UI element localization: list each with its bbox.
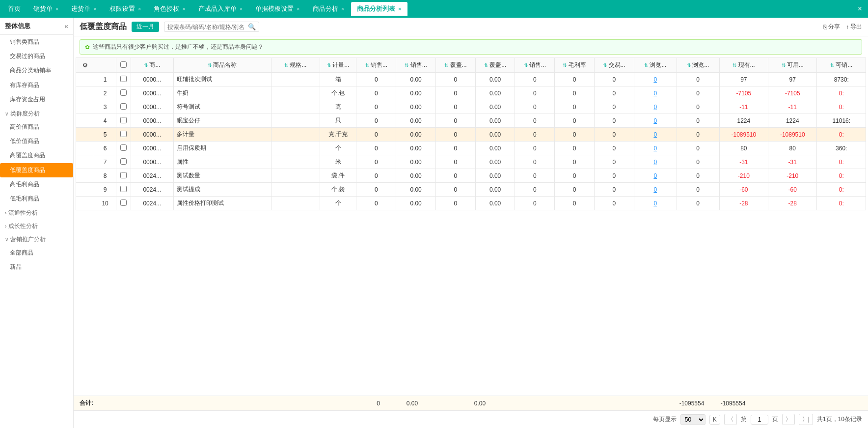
th-sellable[interactable]: ⇅ 可销...	[817, 58, 866, 73]
close-icon[interactable]: ×	[55, 2, 58, 16]
th-sales3[interactable]: ⇅ 销售...	[515, 58, 555, 73]
row-checkbox[interactable]	[120, 172, 127, 178]
close-icon[interactable]: ×	[182, 2, 185, 16]
page-size-select[interactable]: 50 100 200	[680, 414, 705, 425]
th-name[interactable]: ⇅ 商品名称	[173, 58, 271, 73]
th-code[interactable]: ⇅ 商...	[131, 58, 173, 73]
row-checkbox[interactable]	[120, 76, 127, 82]
th-cov2[interactable]: ⇅ 覆盖...	[475, 58, 515, 73]
sidebar-item-in-stock-goods[interactable]: 有库存商品	[0, 78, 73, 92]
share-button[interactable]: ⎘ 分享	[823, 23, 840, 31]
nav-tab-home[interactable]: 首页	[2, 2, 27, 16]
row-checkbox[interactable]	[120, 131, 127, 137]
sidebar-item-low-coverage[interactable]: 低覆盖度商品	[0, 163, 73, 177]
row-checkbox[interactable]	[120, 144, 127, 151]
th-settings[interactable]: ⚙	[76, 58, 94, 73]
cell-b1[interactable]: 0	[634, 197, 677, 210]
row-checkbox[interactable]	[120, 89, 127, 96]
th-spec[interactable]: ⇅ 规格...	[271, 58, 320, 73]
cell-checkbox[interactable]	[116, 155, 131, 169]
nav-tab-products-in[interactable]: 产成品入库单 ×	[192, 2, 248, 16]
sidebar-item-traded-goods[interactable]: 交易过的商品	[0, 49, 73, 63]
export-button[interactable]: ↑ 导出	[846, 23, 862, 31]
th-cov1[interactable]: ⇅ 覆盖...	[435, 58, 475, 73]
sidebar-group-circulation[interactable]: › 流通性分析	[0, 206, 73, 219]
sidebar-item-high-value[interactable]: 高价值商品	[0, 120, 73, 134]
sidebar-item-low-gross[interactable]: 低毛利商品	[0, 192, 73, 206]
close-icon[interactable]: ×	[341, 2, 344, 16]
row-checkbox[interactable]	[120, 200, 127, 206]
th-checkbox[interactable]	[116, 58, 131, 73]
cell-b1[interactable]: 0	[634, 183, 677, 197]
cell-checkbox[interactable]	[116, 197, 131, 210]
nav-tab-analysis[interactable]: 商品分析 ×	[307, 2, 350, 16]
cell-checkbox[interactable]	[116, 183, 131, 197]
nav-tab-sales[interactable]: 销货单 ×	[27, 2, 64, 16]
sidebar-item-category-turnover[interactable]: 商品分类动销率	[0, 63, 73, 78]
cell-b1[interactable]: 0	[634, 169, 677, 183]
cell-b1[interactable]: 0	[634, 100, 677, 114]
last-page-button[interactable]: 〉|	[799, 414, 813, 425]
close-icon[interactable]: ×	[398, 2, 401, 16]
cell-checkbox[interactable]	[116, 100, 131, 114]
cell-b1[interactable]: 0	[634, 114, 677, 128]
cell-b1[interactable]: 0	[634, 128, 677, 142]
time-filter-button[interactable]: 近一月	[132, 22, 159, 32]
th-browse1[interactable]: ⇅ 浏览...	[634, 58, 677, 73]
cell-checkbox[interactable]	[116, 169, 131, 183]
sidebar-item-high-coverage[interactable]: 高覆盖度商品	[0, 148, 73, 163]
cell-checkbox[interactable]	[116, 73, 131, 86]
row-checkbox[interactable]	[120, 117, 127, 123]
page-number-input[interactable]	[751, 415, 768, 425]
th-trans[interactable]: ⇅ 交易...	[594, 58, 634, 73]
nav-tab-roles[interactable]: 角色授权 ×	[148, 2, 191, 16]
nav-tab-analysis-list[interactable]: 商品分析列表 ×	[351, 2, 407, 16]
sidebar-item-sales-goods[interactable]: 销售类商品	[0, 35, 73, 49]
cell-b1[interactable]: 0	[634, 86, 677, 100]
cell-checkbox[interactable]	[116, 142, 131, 155]
cell-b1[interactable]: 0	[634, 142, 677, 155]
cell-spec	[271, 197, 320, 210]
sidebar-collapse-button[interactable]: «	[64, 22, 68, 30]
close-icon[interactable]: ×	[138, 2, 141, 16]
sidebar-group-category[interactable]: ∨ 类群度分析	[0, 107, 73, 120]
row-checkbox[interactable]	[120, 186, 127, 192]
cell-b1[interactable]: 0	[634, 155, 677, 169]
cell-s2: 0.00	[396, 183, 436, 197]
sidebar-item-stock-capital[interactable]: 库存资金占用	[0, 92, 73, 107]
th-sales1[interactable]: ⇅ 销售...	[356, 58, 396, 73]
sidebar-group-marketing[interactable]: ∨ 营销推广分析	[0, 232, 73, 246]
first-page-button[interactable]: K	[709, 415, 720, 425]
close-icon[interactable]: ×	[93, 2, 96, 16]
search-input[interactable]	[167, 24, 246, 30]
sidebar-item-new-goods[interactable]: 新品	[0, 260, 73, 274]
row-checkbox[interactable]	[120, 103, 127, 110]
window-close-button[interactable]: ×	[854, 4, 866, 13]
cell-b1[interactable]: 0	[634, 73, 677, 86]
sidebar-item-high-gross[interactable]: 高毛利商品	[0, 177, 73, 192]
cell-checkbox[interactable]	[116, 86, 131, 100]
sidebar-item-low-value[interactable]: 低价值商品	[0, 134, 73, 148]
next-page-button[interactable]: 〉	[782, 414, 795, 425]
cell-checkbox[interactable]	[116, 114, 131, 128]
nav-tab-templates[interactable]: 单据模板设置 ×	[249, 2, 305, 16]
sidebar-group-growth[interactable]: › 成长性分析	[0, 219, 73, 232]
footer-c2: 0.00	[464, 400, 496, 407]
close-icon[interactable]: ×	[240, 2, 243, 16]
th-sales2[interactable]: ⇅ 销售...	[396, 58, 436, 73]
nav-tab-permissions[interactable]: 权限设置 ×	[104, 2, 147, 16]
select-all-checkbox[interactable]	[120, 61, 127, 68]
cell-unit: 个	[320, 142, 356, 155]
th-unit[interactable]: ⇅ 计量...	[320, 58, 356, 73]
th-browse2[interactable]: ⇅ 浏览...	[677, 58, 719, 73]
th-current[interactable]: ⇅ 现有...	[719, 58, 768, 73]
close-icon[interactable]: ×	[297, 2, 299, 16]
search-icon[interactable]: 🔍	[248, 23, 256, 30]
cell-checkbox[interactable]	[116, 128, 131, 142]
nav-tab-purchase[interactable]: 进货单 ×	[65, 2, 102, 16]
sidebar-item-all-goods[interactable]: 全部商品	[0, 246, 73, 260]
th-available[interactable]: ⇅ 可用...	[768, 58, 817, 73]
row-checkbox[interactable]	[120, 158, 127, 165]
th-gross[interactable]: ⇅ 毛利率	[555, 58, 595, 73]
prev-page-button[interactable]: 〈	[724, 414, 737, 425]
